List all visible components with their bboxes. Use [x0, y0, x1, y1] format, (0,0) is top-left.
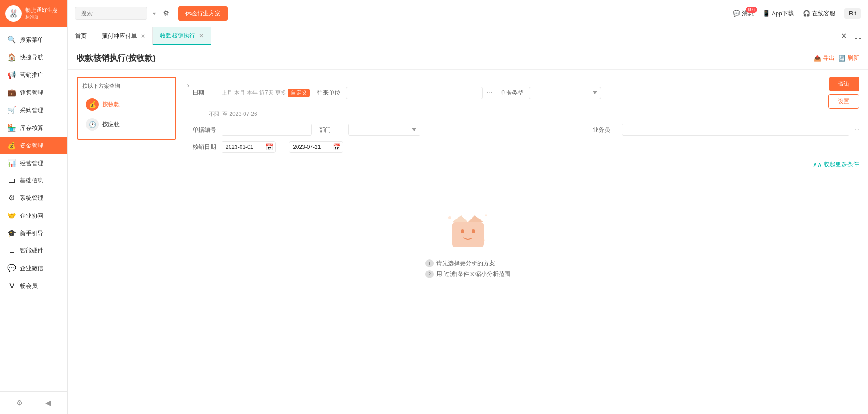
sidebar-item-sales[interactable]: 💼 销售管理 [0, 84, 67, 101]
tab-prepay-close[interactable]: ✕ [141, 33, 145, 39]
date-shortcut-lastmonth[interactable]: 上月 [222, 89, 232, 97]
sidebar-item-hardware[interactable]: 🖥 智能硬件 [0, 242, 67, 259]
page-title: 收款核销执行(按收款) [77, 52, 156, 63]
tabbar: 首页 预付冲应付单 ✕ 收款核销执行 ✕ ✕ ⛶ [68, 27, 868, 45]
collapse-sidebar-btn[interactable]: ◀ [41, 396, 55, 410]
guide-icon: 🎓 [7, 229, 16, 238]
sidebar-item-purchase[interactable]: 🛒 采购管理 [0, 101, 67, 119]
sidebar-item-corp[interactable]: 🤝 企业协同 [0, 207, 67, 224]
refresh-btn[interactable]: 🔄 刷新 [838, 54, 859, 62]
date-shortcut-7days[interactable]: 近7天 [259, 89, 274, 97]
filter-row-1: 日期 上月 本月 本年 近7天 更多 自定义 [193, 77, 859, 109]
refresh-icon: 🔄 [838, 55, 845, 62]
date-unlimited-text: 不限 [209, 110, 220, 118]
date-shortcut-thisyear[interactable]: 本年 [247, 89, 258, 97]
tab-prepay-label: 预付冲应付单 [102, 32, 137, 40]
filter-doctype-group: 单据类型 [500, 87, 676, 99]
export-btn[interactable]: 📤 导出 [814, 54, 835, 62]
partner-dots[interactable]: ··· [486, 89, 492, 97]
topbar-msg-btn[interactable]: 💬 消息 99+ [733, 10, 754, 18]
sidebar-item-label: 销售管理 [20, 89, 43, 97]
filter-panel: 按以下方案查询 💰 按收款 🕐 按应收 [77, 77, 176, 140]
purchase-icon: 🛒 [7, 106, 16, 114]
close-tab-btn[interactable]: ✕ [837, 30, 850, 43]
service-label: 在线客服 [812, 10, 835, 18]
member-icon: Ⅴ [7, 281, 16, 290]
basic-icon: 🗃 [7, 176, 16, 185]
date-unlimited-row: 不限 至 2023-07-26 [193, 110, 859, 118]
tip-num-2: 2 [425, 270, 434, 278]
staff-dots[interactable]: ··· [853, 126, 859, 134]
sidebar-item-business[interactable]: 📊 经营管理 [0, 154, 67, 172]
logo-title: 畅捷通好生意 [25, 7, 58, 14]
filter-receipt-label: 按收款 [102, 100, 120, 109]
calendar-to-icon[interactable]: 📅 [333, 143, 340, 151]
industry-btn[interactable]: 休验行业方案 [178, 6, 228, 21]
sidebar-bottom: ⚙ ◀ [0, 391, 67, 414]
staff-input[interactable] [622, 124, 849, 136]
filter-option-receivable[interactable]: 🕐 按应收 [82, 114, 171, 134]
sidebar-item-label: 资金管理 [20, 142, 43, 150]
dept-select[interactable] [348, 124, 420, 136]
settings-bottom-btn[interactable]: ⚙ [12, 396, 27, 410]
receipt-icon: 💰 [86, 98, 99, 111]
svg-point-1 [461, 229, 464, 233]
filter-date-group: 日期 上月 本月 本年 近7天 更多 自定义 [193, 89, 310, 97]
home-icon: 🏠 [7, 53, 16, 62]
empty-state: 1 请先选择要分析的方案 2 用[过滤]条件来缩小分析范围 [68, 172, 868, 314]
doctype-select[interactable] [529, 87, 601, 99]
partner-label: 往来单位 [317, 89, 342, 97]
tab-receipt-label: 收款核销执行 [160, 32, 195, 40]
sidebar-item-basic[interactable]: 🗃 基础信息 [0, 172, 67, 189]
sidebar-item-search[interactable]: 🔍 搜索菜单 [0, 31, 67, 48]
empty-tip-1-text: 请先选择要分析的方案 [436, 259, 495, 267]
sidebar-item-inventory[interactable]: 🏪 库存核算 [0, 119, 67, 137]
sidebar-item-finance[interactable]: 💰 资金管理 [0, 137, 67, 154]
date-shortcut-custom[interactable]: 自定义 [288, 89, 310, 97]
tab-receipt[interactable]: 收款核销执行 ✕ [153, 27, 211, 45]
sidebar-item-label: 智能硬件 [20, 247, 43, 255]
sidebar-item-label: 快捷导航 [20, 53, 43, 62]
topbar-search-input[interactable] [75, 7, 147, 20]
svg-point-2 [472, 229, 475, 233]
empty-tip-2-text: 用[过滤]条件来缩小分析范围 [436, 270, 510, 278]
fullscreen-btn[interactable]: ⛶ [852, 30, 864, 43]
settings-icon[interactable]: ⚙ [163, 9, 169, 18]
sidebar-item-member[interactable]: Ⅴ 畅会员 [0, 277, 67, 295]
filter-receivable-label: 按应收 [102, 120, 120, 128]
calendar-from-icon[interactable]: 📅 [265, 143, 273, 151]
tab-home[interactable]: 首页 [68, 27, 94, 45]
topbar: ▾ ⚙ 休验行业方案 💬 消息 99+ 📱 App下载 🎧 在线客服 Rit [68, 0, 868, 27]
sidebar-item-guide[interactable]: 🎓 新手引导 [0, 224, 67, 242]
collapse-more-btn[interactable]: ∧∧ 收起更多条件 [813, 160, 859, 168]
query-btn[interactable]: 查询 [829, 77, 859, 91]
sidebar-item-label: 库存核算 [20, 124, 43, 132]
topbar-username[interactable]: Rit [844, 8, 861, 19]
filter-option-receipt[interactable]: 💰 按收款 [82, 95, 171, 114]
sidebar-item-label: 新手引导 [20, 229, 43, 238]
filter-partner-group: 往来单位 ··· [317, 87, 493, 99]
tab-receipt-close[interactable]: ✕ [199, 33, 203, 39]
sidebar-item-system[interactable]: ⚙ 系统管理 [0, 189, 67, 207]
partner-input[interactable] [346, 87, 483, 99]
sidebar-item-marketing[interactable]: 📢 营销推广 [0, 66, 67, 84]
filter-row-2: 单据编号 部门 业务员 [193, 124, 859, 136]
sidebar-item-wechat[interactable]: 💬 企业微信 [0, 259, 67, 277]
nucleation-from-wrap: 📅 [222, 141, 276, 153]
svg-point-5 [483, 239, 485, 241]
tab-prepay[interactable]: 预付冲应付单 ✕ [94, 27, 153, 45]
topbar-app-btn[interactable]: 📱 App下载 [763, 10, 794, 18]
page-header-actions: 📤 导出 🔄 刷新 [814, 54, 859, 62]
marketing-icon: 📢 [7, 71, 16, 79]
empty-illustration [441, 209, 495, 254]
sidebar-item-shortcuts[interactable]: 🏠 快捷导航 [0, 48, 67, 66]
date-more-btn[interactable]: 更多 [275, 89, 286, 97]
page-header: 收款核销执行(按收款) 📤 导出 🔄 刷新 [68, 45, 868, 69]
collapse-left-btn[interactable]: › [184, 77, 193, 90]
sidebar-item-label: 基础信息 [20, 176, 43, 185]
topbar-service-btn[interactable]: 🎧 在线客服 [803, 10, 835, 18]
docno-input[interactable] [222, 124, 312, 136]
chevron-down-icon[interactable]: ▾ [153, 10, 156, 17]
settings-btn[interactable]: 设置 [828, 94, 859, 109]
date-shortcut-thismonth[interactable]: 本月 [234, 89, 245, 97]
